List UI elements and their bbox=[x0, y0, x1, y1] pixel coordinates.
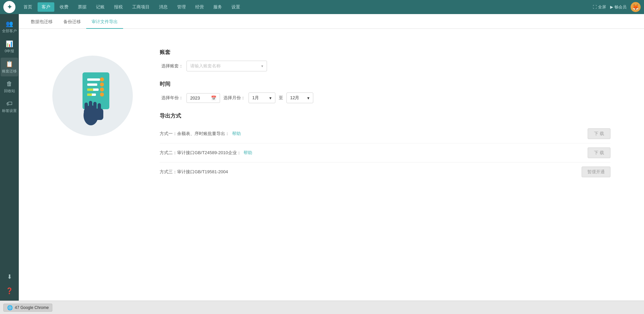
sidebar-bottom: ⬇ ❓ bbox=[1, 270, 18, 301]
method1-desc: 方式一：余额表、序时账批量导出： 帮助 bbox=[160, 131, 241, 137]
nav-items: 首页 客户 收费 票据 记账 报税 工商项目 消息 管理 经营 服务 设置 bbox=[19, 2, 593, 12]
user-avatar[interactable]: 🦊 bbox=[631, 2, 641, 12]
top-navigation: ✦ 首页 客户 收费 票据 记账 报税 工商项目 消息 管理 经营 服务 设置 … bbox=[0, 0, 644, 14]
fullscreen-button[interactable]: ⛶ 全屏 bbox=[593, 4, 606, 10]
time-section: 时间 选择年份： 2023 📅 选择月份： 1月 ▾ 至 bbox=[160, 81, 610, 103]
illustration-svg bbox=[66, 66, 119, 126]
nav-collection[interactable]: 收费 bbox=[56, 2, 72, 12]
svg-point-6 bbox=[100, 82, 104, 86]
sidebar-item-recycle[interactable]: 🗑 回收站 bbox=[1, 78, 18, 96]
download-icon: ⬇ bbox=[7, 273, 12, 280]
tag-settings-icon: 🏷 bbox=[6, 100, 12, 107]
account-section: 账套 选择账套： 请输入账套名称 ▾ bbox=[160, 49, 610, 71]
nav-message[interactable]: 消息 bbox=[155, 2, 172, 12]
account-select[interactable]: 请输入账套名称 ▾ bbox=[186, 61, 267, 71]
start-month-arrow-icon: ▾ bbox=[269, 96, 272, 101]
chrome-label: 47 Google Chrome bbox=[15, 305, 49, 310]
method1-download-button[interactable]: 下 载 bbox=[588, 128, 610, 139]
tab-data-migrate[interactable]: 数据包迁移 bbox=[25, 15, 58, 29]
svg-rect-9 bbox=[87, 88, 93, 91]
member-button[interactable]: ▶ 畅会员 bbox=[610, 4, 627, 10]
svg-point-8 bbox=[100, 92, 104, 97]
method1-help-link[interactable]: 帮助 bbox=[232, 131, 241, 136]
method2-download-button[interactable]: 下 载 bbox=[588, 147, 610, 158]
year-value: 2023 bbox=[190, 96, 209, 101]
taskbar-chrome[interactable]: 🌐 47 Google Chrome bbox=[3, 304, 52, 312]
svg-rect-10 bbox=[87, 93, 92, 96]
nav-customer[interactable]: 客户 bbox=[38, 2, 54, 12]
nav-business[interactable]: 工商项目 bbox=[128, 2, 154, 12]
method2-help-link[interactable]: 帮助 bbox=[244, 150, 252, 155]
year-input[interactable]: 2023 📅 bbox=[186, 93, 220, 103]
form-area: 账套 选择账套： 请输入账套名称 ▾ 时间 选择年份： bbox=[146, 42, 624, 287]
account-section-title: 账套 bbox=[160, 49, 610, 56]
app-logo[interactable]: ✦ bbox=[3, 1, 15, 13]
play-icon: ▶ bbox=[610, 5, 613, 9]
account-select-label: 选择账套： bbox=[160, 63, 183, 69]
nav-accounting[interactable]: 记账 bbox=[92, 2, 109, 12]
export-section-title: 导出方式 bbox=[160, 113, 610, 120]
help-icon: ❓ bbox=[6, 287, 13, 295]
sidebar-item-zero-report[interactable]: 📊 0申报 bbox=[1, 38, 18, 56]
start-month-value: 1月 bbox=[252, 95, 259, 101]
month-label: 选择月份： bbox=[223, 95, 245, 101]
tab-audit-export[interactable]: 审计文件导出 bbox=[86, 15, 123, 29]
nav-right: ⛶ 全屏 ▶ 畅会员 🦊 bbox=[593, 2, 641, 12]
fullscreen-icon: ⛶ bbox=[593, 5, 597, 9]
all-clients-icon: 👥 bbox=[6, 20, 13, 27]
page-content: 账套 选择账套： 请输入账套名称 ▾ 时间 选择年份： bbox=[19, 29, 644, 301]
illustration-area bbox=[39, 42, 146, 287]
export-method-3: 方式三：审计接口GB/T19581-2004 暂缓开通 bbox=[160, 163, 610, 181]
recycle-icon: 🗑 bbox=[6, 80, 12, 87]
svg-rect-16 bbox=[84, 109, 103, 120]
method2-desc: 方式二：审计接口GB/T24589-2010企业： 帮助 bbox=[160, 150, 252, 156]
svg-point-7 bbox=[100, 87, 104, 91]
logo-icon: ✦ bbox=[7, 3, 12, 11]
sidebar-help[interactable]: ❓ bbox=[1, 285, 18, 297]
method3-desc: 方式三：审计接口GB/T19581-2004 bbox=[160, 169, 228, 175]
time-row: 选择年份： 2023 📅 选择月份： 1月 ▾ 至 12月 bbox=[160, 92, 610, 103]
sidebar-download[interactable]: ⬇ bbox=[1, 270, 18, 283]
nav-management[interactable]: 管理 bbox=[173, 2, 190, 12]
export-section: 导出方式 方式一：余额表、序时账批量导出： 帮助 下 载 方式二：审计接口GB/… bbox=[160, 113, 610, 181]
taskbar: 🌐 47 Google Chrome bbox=[0, 301, 644, 314]
start-month-select[interactable]: 1月 ▾ bbox=[249, 92, 275, 103]
account-select-row: 选择账套： 请输入账套名称 ▾ bbox=[160, 61, 610, 71]
zero-report-icon: 📊 bbox=[6, 40, 13, 48]
sidebar-item-tag-settings[interactable]: 🏷 标签设置 bbox=[1, 98, 18, 116]
account-select-placeholder: 请输入账套名称 bbox=[190, 63, 221, 69]
content-area: 数据包迁移 备份迁移 审计文件导出 bbox=[19, 14, 644, 301]
chrome-icon: 🌐 bbox=[7, 305, 13, 310]
nav-service[interactable]: 服务 bbox=[209, 2, 226, 12]
account-select-arrow-icon: ▾ bbox=[261, 64, 263, 68]
nav-settings[interactable]: 设置 bbox=[227, 2, 244, 12]
sidebar-item-all-clients[interactable]: 👥 全部客户 bbox=[1, 17, 18, 36]
end-month-value: 12月 bbox=[290, 95, 299, 101]
sidebar-item-account-migrate[interactable]: 📋 账套迁移 bbox=[1, 58, 18, 76]
to-text: 至 bbox=[279, 95, 283, 101]
export-method-1: 方式一：余额表、序时账批量导出： 帮助 下 载 bbox=[160, 124, 610, 143]
method3-coming-soon-button[interactable]: 暂缓开通 bbox=[582, 167, 610, 177]
svg-rect-1 bbox=[87, 78, 100, 81]
illustration-circle bbox=[52, 56, 133, 136]
nav-operation[interactable]: 经营 bbox=[191, 2, 208, 12]
svg-point-5 bbox=[100, 77, 104, 81]
year-label: 选择年份： bbox=[160, 95, 183, 101]
tab-backup-migrate[interactable]: 备份迁移 bbox=[58, 15, 86, 29]
end-month-arrow-icon: ▾ bbox=[307, 96, 310, 101]
end-month-select[interactable]: 12月 ▾ bbox=[286, 92, 313, 103]
nav-invoice[interactable]: 票据 bbox=[74, 2, 91, 12]
nav-tax[interactable]: 报税 bbox=[110, 2, 127, 12]
nav-home[interactable]: 首页 bbox=[19, 2, 36, 12]
calendar-icon: 📅 bbox=[211, 96, 216, 101]
tab-bar: 数据包迁移 备份迁移 审计文件导出 bbox=[19, 14, 644, 29]
sidebar: 👥 全部客户 📊 0申报 📋 账套迁移 🗑 回收站 🏷 标签设置 ⬇ ❓ bbox=[0, 14, 19, 301]
account-migrate-icon: 📋 bbox=[6, 60, 13, 68]
time-section-title: 时间 bbox=[160, 81, 610, 88]
svg-rect-2 bbox=[87, 83, 97, 86]
export-method-2: 方式二：审计接口GB/T24589-2010企业： 帮助 下 载 bbox=[160, 143, 610, 163]
main-layout: 👥 全部客户 📊 0申报 📋 账套迁移 🗑 回收站 🏷 标签设置 ⬇ ❓ bbox=[0, 14, 644, 301]
